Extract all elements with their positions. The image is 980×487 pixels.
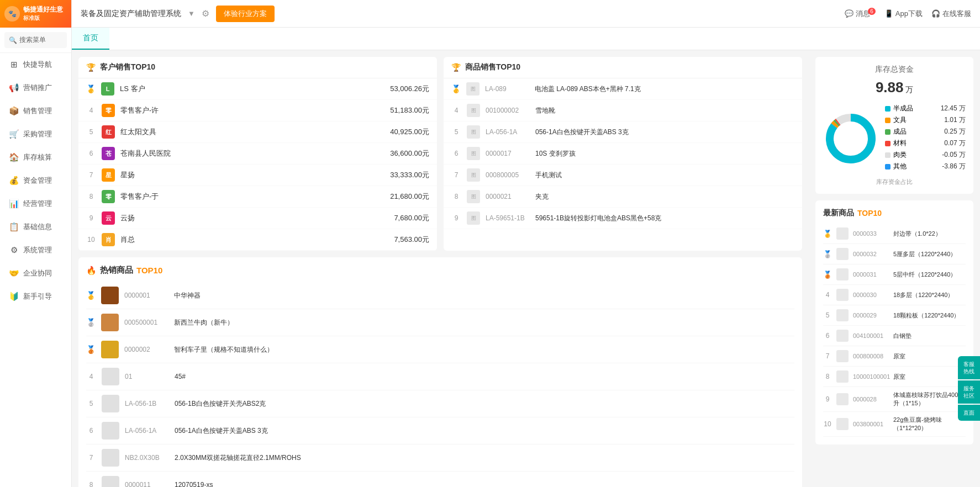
newest-code-3: 0000031 <box>853 271 889 278</box>
hot-rank-8: 8 <box>86 481 96 487</box>
newest-rank-9: 9 <box>823 395 832 403</box>
inventory-amount-display: 9.88 万 <box>823 79 966 96</box>
service-community-btn[interactable]: 服务社区 <box>958 380 980 404</box>
newest-code-4: 0000030 <box>853 292 889 298</box>
hot-rank-7: 7 <box>86 454 96 462</box>
sidebar: 🐾 畅捷通好生意 标准版 🔍 搜索菜单 ⊞ 快捷导航 📢 营销推广 📦 销售管理… <box>0 0 72 487</box>
basic-info-icon: 📋 <box>9 222 19 232</box>
avatar-5: 星 <box>102 168 115 182</box>
sidebar-item-basic-info[interactable]: 📋 基础信息 <box>0 215 71 239</box>
newest-name-1: 封边带（1.0*22） <box>893 230 966 238</box>
product-row-5: 7 图 000800005 手机测试 <box>444 165 802 186</box>
message-icon: 💬 <box>845 9 853 18</box>
search-menu-button[interactable]: 🔍 搜索菜单 <box>4 32 67 48</box>
customer-name-5: 星扬 <box>120 170 384 180</box>
sidebar-item-quick-nav[interactable]: ⊞ 快捷导航 <box>0 53 71 76</box>
product-sales-panel: 🏆 商品销售TOP10 🥇 图 LA-089 电池盖 LA-089 ABS本色+… <box>444 57 802 251</box>
newest-row-7: 7 000800008 原室 <box>823 346 966 367</box>
customer-row-5: 7 星 星扬 33,333.00元 <box>78 165 437 186</box>
sidebar-item-system[interactable]: ⚙ 系统管理 <box>0 239 71 262</box>
product-img-7: 图 <box>467 211 480 225</box>
customer-service-btn[interactable]: 客服热线 <box>958 356 980 379</box>
customer-name-2: 零售客户-许 <box>120 105 384 115</box>
hot-product-code-1: 0000001 <box>124 292 168 299</box>
system-name: 装备及固定资产辅助管理系统 <box>81 9 181 19</box>
product-sales-table: 🥇 图 LA-089 电池盖 LA-089 ABS本色+黑种 7.1克 4 图 … <box>444 78 802 229</box>
product-img-3: 图 <box>467 125 480 139</box>
customer-name-7: 云扬 <box>120 213 388 223</box>
newest-name-7: 原室 <box>893 352 966 361</box>
avatar-1: L <box>101 82 114 96</box>
customer-ranking-header: 🏆 客户销售TOP10 <box>78 57 437 78</box>
app-version: 标准版 <box>23 14 63 22</box>
marketing-icon: 📢 <box>9 83 19 93</box>
hot-product-name-3: 智利车子里（规格不知道填什么） <box>174 345 794 354</box>
system-dropdown-icon[interactable]: ▼ <box>188 9 195 18</box>
product-img-5: 图 <box>467 168 480 182</box>
newest-title: 最新商品 TOP10 <box>823 208 966 218</box>
product-row-1: 🥇 图 LA-089 电池盖 LA-089 ABS本色+黑种 7.1克 <box>444 78 802 100</box>
hot-rank-6: 6 <box>86 427 96 435</box>
newest-code-10: 003800001 <box>853 421 889 427</box>
hot-product-row-7: 7 NB2.0X30B 2.0X30MM双搓花轴搓花直径2.1MM/ROHS <box>86 444 794 472</box>
newest-code-5: 0000029 <box>853 312 889 319</box>
product-code-6: 0000021 <box>486 193 530 200</box>
sidebar-item-cooperation[interactable]: 🤝 企业协同 <box>0 262 71 285</box>
search-menu-label: 搜索菜单 <box>19 35 46 45</box>
topbar-right: 💬 消息 6 📱 App下载 🎧 在线客服 <box>845 9 971 19</box>
tab-home[interactable]: 首页 <box>72 28 109 50</box>
online-service-btn[interactable]: 🎧 在线客服 <box>931 9 971 19</box>
legend-value-5: -0.05 万 <box>942 150 966 160</box>
system-icon: ⚙ <box>9 245 19 255</box>
customer-amount-8: 7,563.00元 <box>394 235 429 245</box>
rank-num-3: 5 <box>86 128 96 136</box>
finance-label: 资金管理 <box>23 176 52 186</box>
hot-product-img-1 <box>101 287 119 304</box>
sidebar-item-inventory[interactable]: 🏠 库存核算 <box>0 146 71 169</box>
search-nav-area[interactable]: 🔍 搜索菜单 <box>0 28 71 53</box>
customer-row-2: 4 零 零售客户-许 51,183.00元 <box>78 100 437 121</box>
hot-product-code-5: LA-056-1B <box>125 400 169 407</box>
content-main: 🏆 客户销售TOP10 🥇 L LS 客户 53,006.26元 4 零 <box>72 50 809 487</box>
newest-code-6: 004100001 <box>853 332 889 339</box>
newest-img-3 <box>836 268 849 280</box>
guide-icon: 🔰 <box>9 292 19 301</box>
operations-icon: 📊 <box>9 199 19 209</box>
legend-item-5: 肉类 -0.05 万 <box>885 150 966 160</box>
hot-product-name-8: 12070519-xs <box>175 481 794 487</box>
legend-item-3: 成品 0.25 万 <box>885 127 966 136</box>
top-rankings-row: 🏆 客户销售TOP10 🥇 L LS 客户 53,006.26元 4 零 <box>78 57 802 251</box>
fire-icon: 🔥 <box>86 266 97 276</box>
medal-1: 🥇 <box>86 84 96 93</box>
hot-product-code-4: 01 <box>125 373 169 380</box>
hot-product-code-3: 0000002 <box>124 346 168 353</box>
trial-button[interactable]: 体验行业方案 <box>216 6 275 22</box>
sidebar-item-purchase[interactable]: 🛒 采购管理 <box>0 123 71 146</box>
hot-product-name-1: 中华神器 <box>174 291 794 300</box>
sidebar-item-sales[interactable]: 📦 销售管理 <box>0 99 71 123</box>
hot-product-code-8: 0000011 <box>125 481 169 487</box>
hot-product-img-4 <box>102 368 119 385</box>
newest-rank-7: 7 <box>823 352 832 360</box>
sidebar-item-operations[interactable]: 📊 经营管理 <box>0 192 71 215</box>
settings-gear-icon[interactable]: ⚙ <box>202 8 209 19</box>
direct-btn[interactable]: 直面 <box>958 405 980 421</box>
marketing-label: 营销推广 <box>23 83 52 93</box>
sidebar-item-finance[interactable]: 💰 资金管理 <box>0 169 71 192</box>
customer-amount-7: 7,680.00元 <box>394 213 429 223</box>
quick-nav-icon: ⊞ <box>9 60 19 70</box>
message-btn[interactable]: 💬 消息 6 <box>845 9 876 19</box>
sidebar-item-marketing[interactable]: 📢 营销推广 <box>0 76 71 99</box>
newest-code-1: 0000033 <box>853 230 889 237</box>
hot-products-title: 🔥 热销商品 TOP10 <box>86 265 794 276</box>
hot-product-img-6 <box>102 422 119 440</box>
app-download-btn[interactable]: 📱 App下载 <box>884 9 923 19</box>
product-code-5: 000800005 <box>486 171 530 179</box>
finance-icon: 💰 <box>9 176 19 186</box>
newest-row-3: 🥉 0000031 5层中纤（1220*2440） <box>823 264 966 285</box>
avatar-2: 零 <box>102 104 115 117</box>
customer-name-6: 零售客户-于 <box>120 192 384 202</box>
system-label: 系统管理 <box>23 245 52 255</box>
newest-medal-1: 🥇 <box>823 230 832 238</box>
sidebar-item-guide[interactable]: 🔰 新手引导 <box>0 285 71 308</box>
